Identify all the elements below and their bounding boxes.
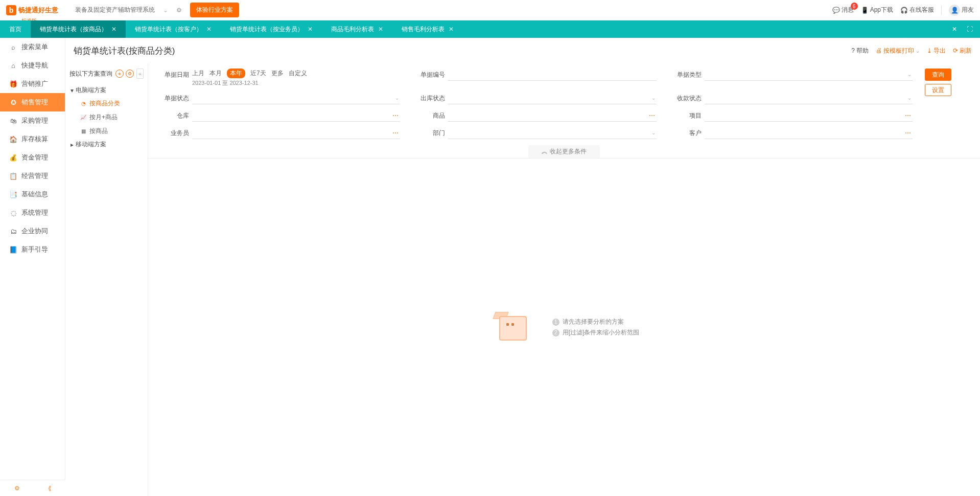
outstatus-label: 出库状态 [412,92,448,103]
paystatus-label: 收款状态 [669,92,705,103]
customer-label: 客户 [669,127,705,138]
dept-select[interactable]: ⌄ [448,127,656,139]
close-icon[interactable]: ✕ [449,26,454,33]
ordertype-select[interactable]: ⌄ [705,69,913,81]
tree-group-mobile[interactable]: ▸ 移动端方案 [69,138,144,151]
more-icon[interactable]: ⋯ [392,112,399,119]
date-opt-thismonth[interactable]: 本月 [209,69,222,78]
refresh-label: 刷新 [960,47,972,55]
export-button[interactable]: ⤓导出 [927,47,946,55]
service-button[interactable]: 🎧 在线客服 [900,6,934,14]
filter-form: 单据日期 上月 本月 本年 近7天 更多 自定义 20 [148,63,980,142]
export-label: 导出 [934,47,946,55]
sidebar-item-collab[interactable]: 🗂企业协同 [0,222,65,240]
print-button[interactable]: 🖨按模板打印⌄ [876,47,920,55]
help-button[interactable]: ?帮助 [851,47,869,55]
orderno-input[interactable] [448,69,656,81]
fullscreen-icon[interactable]: ⛶ [964,23,976,35]
more-icon[interactable]: ⋯ [649,112,656,119]
home-icon: ⌂ [9,62,17,70]
salesman-input[interactable]: ⋯ [192,127,400,139]
sidebar-item-purchase[interactable]: 🛍采购管理 [0,111,65,130]
tab-label: 销售毛利分析表 [402,25,445,34]
tab-bar: 首页 销货单统计表（按商品） ✕ 销货单统计表（按客户） ✕ 销货单统计表（按业… [0,20,980,38]
sidebar-item-system[interactable]: ◌系统管理 [0,204,65,222]
date-opt-lastmonth[interactable]: 上月 [192,69,204,78]
close-icon[interactable]: ✕ [111,26,116,33]
tree-group-pc[interactable]: ▾ 电脑端方案 [69,84,144,97]
download-button[interactable]: 📱 App下载 [861,6,893,14]
sidebar-item-operation[interactable]: 📋经营管理 [0,167,65,185]
plan-settings-icon[interactable]: ⚙ [126,70,134,78]
sidebar-item-inventory[interactable]: 🏠库存核算 [0,130,65,148]
outstatus-select[interactable]: ⌄ [448,92,656,104]
logo-text: 畅捷通好生意 [18,6,58,15]
message-button[interactable]: 💬 消息 6 [832,6,854,14]
empty-illustration [489,307,540,348]
tree-leaf-by-category[interactable]: ◔按商品分类 [79,97,144,110]
close-icon[interactable]: ✕ [206,26,212,33]
plan-header-label: 按以下方案查询 [69,70,112,78]
tab-sales-profit[interactable]: 销售毛利分析表 ✕ [392,20,463,38]
bag-icon: 🛍 [9,117,17,125]
phone-icon: 📱 [861,7,869,14]
doc-icon: 📑 [9,191,17,198]
sidebar-label: 系统管理 [21,208,48,217]
tab-product-profit[interactable]: 商品毛利分析表 ✕ [322,20,392,38]
sidebar-item-sales[interactable]: ✪销售管理 [0,93,65,111]
more-icon[interactable]: ⋯ [905,112,912,119]
sidebar-item-search[interactable]: ⌕搜索菜单 [0,38,65,56]
tab-by-salesman[interactable]: 销货单统计表（按业务员） ✕ [221,20,322,38]
sidebar-item-basic[interactable]: 📑基础信息 [0,185,65,204]
sidebar-label: 搜索菜单 [21,42,48,52]
logo-icon: b [6,5,16,15]
sidebar-item-guide[interactable]: 📘新手引导 [0,240,65,259]
close-icon[interactable]: ✕ [308,26,313,33]
refresh-button[interactable]: ⟳刷新 [953,47,972,55]
query-button[interactable]: 查询 [925,69,951,81]
sidebar-label: 采购管理 [21,116,48,125]
close-icon[interactable]: ✕ [378,26,383,33]
sidebar-item-finance[interactable]: 💰资金管理 [0,148,65,167]
date-opt-more[interactable]: 更多 [271,69,284,78]
sidebar-label: 快捷导航 [21,61,48,70]
experience-button[interactable]: 体验行业方案 [190,3,239,17]
tab-home[interactable]: 首页 [0,20,31,38]
settings-icon[interactable]: ⚙ [14,485,20,492]
paystatus-select[interactable]: ⌄ [705,92,913,104]
sidebar-item-quicknav[interactable]: ⌂快捷导航 [0,56,65,75]
gear-icon[interactable]: ⚙ [176,7,182,14]
customer-input[interactable]: ⋯ [705,127,913,139]
tree-leaf-label: 按月+商品 [89,113,118,122]
gift-icon: 🎁 [9,80,17,88]
tree-leaf-by-month-product[interactable]: 📈按月+商品 [79,110,144,124]
more-icon[interactable]: ⋯ [905,129,912,137]
sidebar-item-marketing[interactable]: 🎁营销推广 [0,75,65,93]
tab-by-product[interactable]: 销货单统计表（按商品） ✕ [31,20,126,38]
refresh-icon: ⟳ [953,47,958,54]
date-opt-custom[interactable]: 自定义 [289,69,307,78]
add-plan-icon[interactable]: + [115,70,124,78]
more-icon[interactable]: ⋯ [392,129,399,137]
warehouse-input[interactable]: ⋯ [192,109,400,122]
pie-icon: ◔ [80,100,87,107]
search-icon: ⌕ [9,43,17,51]
help-icon: ? [851,47,855,54]
tab-by-customer[interactable]: 销货单统计表（按客户） ✕ [126,20,221,38]
system-selector[interactable]: 装备及固定资产辅助管理系统 ⌄ [75,6,172,14]
product-input[interactable]: ⋯ [448,109,656,122]
user-menu[interactable]: 👤 用友 [949,5,974,16]
collapse-filters-button[interactable]: ︽ 收起更多条件 [528,145,600,158]
date-opt-7days[interactable]: 近7天 [250,69,266,78]
tree-leaf-by-product[interactable]: ▦按商品 [79,124,144,138]
collapse-sidebar-icon[interactable]: ⟪ [48,485,52,492]
money-icon: 💰 [9,154,17,162]
page-title: 销货单统计表(按商品分类) [74,45,175,57]
date-opt-thisyear[interactable]: 本年 [227,69,245,78]
close-all-icon[interactable]: ✕ [948,23,961,35]
filter-settings-button[interactable]: 设置 [925,84,951,96]
orderstatus-select[interactable]: ⌄ [192,92,400,104]
system-selector-label: 装备及固定资产辅助管理系统 [75,6,155,14]
collapse-panel-icon[interactable]: « [136,69,144,79]
project-input[interactable]: ⋯ [705,109,913,122]
